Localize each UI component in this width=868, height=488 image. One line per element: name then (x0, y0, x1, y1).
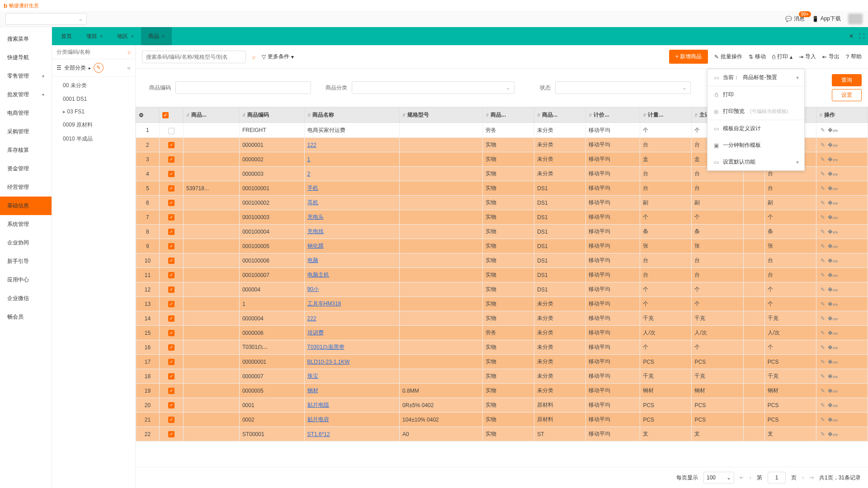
more-icon[interactable]: �ጡ (828, 185, 838, 192)
edit-icon[interactable]: ✎ (821, 315, 825, 322)
row-checkbox[interactable] (168, 185, 175, 192)
table-row[interactable]: 140000004222实物未分类移动平均千克千克千克✎�ጡ (136, 311, 868, 326)
row-checkbox[interactable] (168, 258, 175, 264)
column-header[interactable]: ⇵商品编码 (239, 108, 304, 123)
next-page-icon[interactable]: › (802, 474, 804, 481)
more-icon[interactable]: �ጡ (828, 156, 838, 163)
edit-icon[interactable]: ✎ (821, 388, 825, 394)
tree-node[interactable]: 03 FS1 (52, 105, 135, 118)
more-icon[interactable]: �ጡ (828, 243, 838, 249)
table-row[interactable]: 6000100002耳机实物DS1移动平均副副副✎�ጡ (136, 196, 868, 210)
tree-search-input[interactable] (57, 49, 127, 55)
edit-icon[interactable]: ✎ (821, 373, 825, 380)
column-header[interactable]: ⇵计价... (586, 108, 640, 123)
page-input[interactable] (768, 472, 786, 483)
sidebar-item[interactable]: 采购管理 (0, 122, 52, 141)
tree-node[interactable]: 0010 半成品 (52, 132, 135, 146)
more-icon[interactable]: �ጡ (828, 214, 838, 221)
gear-icon[interactable]: ⚙ (139, 112, 144, 118)
column-header[interactable]: ⇵操作 (816, 108, 868, 123)
row-checkbox[interactable] (168, 330, 175, 336)
product-name-link[interactable]: 90小 (307, 286, 319, 292)
more-icon[interactable]: �ጡ (828, 373, 838, 380)
org-dropdown[interactable]: ⌄ (5, 13, 87, 25)
column-header[interactable]: ⇵商品... (534, 108, 586, 123)
print-default[interactable]: ▭设置默认功能▾ (708, 154, 804, 170)
close-icon[interactable]: × (100, 33, 103, 39)
sidebar-item[interactable]: 企业微信 (0, 289, 52, 308)
table-row[interactable]: 22ST00001ST1.6*12A0实物ST移动平均支支支✎�ጡ (136, 427, 868, 441)
more-icon[interactable]: �ጡ (828, 286, 838, 293)
more-icon[interactable]: �ጡ (828, 171, 838, 177)
edit-icon[interactable]: ✎ (821, 301, 825, 307)
table-row[interactable]: 180000007珠宝实物未分类移动平均千克千克千克✎�ጡ (136, 369, 868, 384)
edit-icon[interactable]: ✎ (821, 185, 825, 192)
column-header[interactable]: ⇵商品... (183, 108, 239, 123)
search-icon[interactable]: ⌕ (252, 54, 255, 60)
print-preview[interactable]: ◎打印预览(可编辑当前模板) (708, 103, 804, 120)
edit-icon[interactable]: ✎ (821, 200, 825, 206)
product-name-link[interactable]: 贴片电阻 (307, 402, 329, 408)
sidebar-item[interactable]: 新手引导 (0, 252, 52, 271)
product-name-link[interactable]: 手机 (307, 185, 318, 191)
settings-button[interactable]: 设置 (832, 89, 862, 101)
edit-icon[interactable]: ✎ (821, 142, 825, 148)
more-icon[interactable]: �ጡ (828, 301, 838, 307)
print-current[interactable]: ▭ 当前： 商品标签-预置 ▾ (708, 69, 804, 86)
table-row[interactable]: 8000100004充电线实物DS1移动平均条条条✎�ጡ (136, 225, 868, 239)
row-checkbox[interactable] (168, 402, 175, 408)
edit-icon[interactable]: ✎ (821, 359, 825, 365)
product-name-link[interactable]: 222 (307, 315, 316, 322)
product-name-link[interactable]: T0301白面黑带 (307, 344, 344, 350)
edit-icon[interactable]: ✎ (821, 330, 825, 336)
print-quick[interactable]: ▣一分钟制作模板 (708, 137, 804, 154)
search-icon[interactable]: ⌕ (127, 49, 131, 55)
row-checkbox[interactable] (168, 359, 175, 365)
column-header[interactable]: ⚙ (136, 108, 160, 123)
close-icon[interactable]: × (162, 33, 165, 39)
row-checkbox[interactable] (168, 315, 175, 322)
select-all-checkbox[interactable] (162, 112, 169, 118)
sidebar-item[interactable]: 应用中心 (0, 271, 52, 289)
tab-close-icon[interactable]: ✕ (849, 33, 854, 39)
table-row[interactable]: 10000100006电脑实物DS1移动平均台台台✎�ጡ (136, 253, 868, 268)
row-checkbox[interactable] (168, 417, 175, 423)
more-icon[interactable]: �ጡ (828, 200, 838, 206)
column-header[interactable]: ⇵商品... (483, 108, 534, 123)
edit-icon[interactable]: ✎ (821, 431, 825, 437)
sidebar-item[interactable]: 快捷导航 (0, 48, 52, 67)
edit-icon[interactable]: ✎ (821, 243, 825, 249)
more-icon[interactable]: �ጡ (828, 417, 838, 423)
table-row[interactable]: 11000100007电脑主机实物DS1移动平均台台台✎�ጡ (136, 268, 868, 282)
column-header[interactable]: ⇵规格型号 (400, 108, 483, 123)
product-name-link[interactable]: 培训费 (307, 329, 324, 336)
sidebar-item[interactable]: 批发管理▾ (0, 85, 52, 104)
edit-icon[interactable]: ✎ (821, 127, 825, 133)
table-row[interactable]: 1200000490小实物DS1移动平均个个个✎�ጡ (136, 282, 868, 297)
sidebar-item[interactable]: 企业协同 (0, 234, 52, 252)
tab[interactable]: 商品× (141, 27, 172, 45)
row-checkbox[interactable] (168, 388, 175, 394)
edit-icon[interactable]: ✎ (821, 402, 825, 408)
more-icon[interactable]: �ጡ (828, 431, 838, 437)
row-checkbox[interactable] (168, 286, 175, 293)
table-row[interactable]: 190000005钢材0.8MM实物未分类移动平均钢材钢材钢材✎�ጡ (136, 384, 868, 398)
first-page-icon[interactable]: ⇤ (740, 474, 744, 481)
product-name-link[interactable]: 电脑主机 (307, 272, 329, 278)
row-checkbox[interactable] (168, 301, 175, 307)
table-row[interactable]: 5539718...000100001手机实物DS1移动平均台台台✎�ጡ (136, 181, 868, 196)
sidebar-item[interactable]: 库存核算 (0, 141, 52, 160)
collapse-tree-icon[interactable]: « (127, 64, 131, 71)
row-checkbox[interactable] (168, 171, 175, 177)
sidebar-item[interactable]: 资金管理 (0, 160, 52, 178)
row-checkbox[interactable] (168, 272, 175, 278)
more-icon[interactable]: �ጡ (828, 344, 838, 351)
filter-cat-select[interactable]: ⌄ (352, 81, 514, 94)
sidebar-item[interactable]: 搜索菜单 (0, 30, 52, 48)
tree-root[interactable]: ☰ 全部分类 ▸ ✎ « (52, 59, 135, 77)
print-custom[interactable]: ▭模板自定义设计 (708, 120, 804, 137)
more-icon[interactable]: �ጡ (828, 359, 838, 365)
close-icon[interactable]: × (131, 33, 133, 39)
product-name-link[interactable]: 钢化膜 (307, 243, 324, 249)
tab[interactable]: 地区× (110, 27, 141, 45)
